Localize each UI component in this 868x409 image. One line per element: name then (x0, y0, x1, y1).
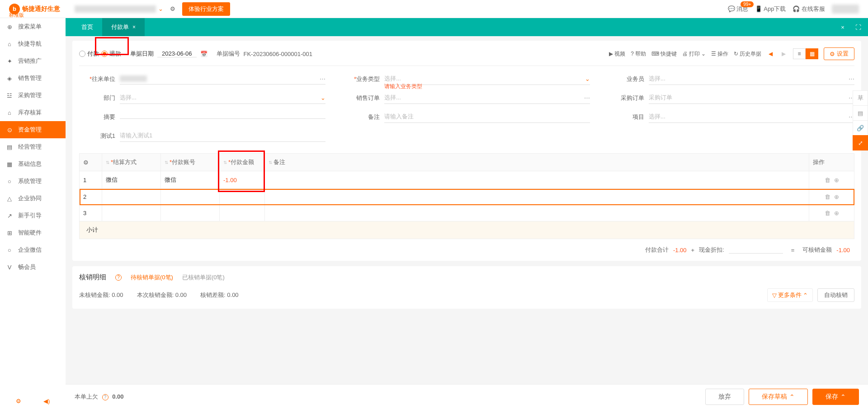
table-row[interactable]: 2 🗑⊕ (80, 189, 854, 205)
warehouse-icon: ⌂ (5, 108, 14, 117)
experience-button[interactable]: 体验行业方案 (182, 2, 230, 16)
setting-button[interactable]: ⚙设置 (824, 47, 854, 60)
phone-icon: 📱 (755, 5, 762, 12)
print-link[interactable]: 🖨打印⌄ (682, 50, 706, 58)
sidebar-item-wechat[interactable]: ○企业微信 (0, 241, 66, 259)
verify-tab-pending[interactable]: 待核销单据(0笔) (131, 273, 173, 282)
gear-icon[interactable]: ⚙ (170, 5, 175, 12)
radio-payment[interactable]: 付款 (79, 50, 99, 58)
cell-remark[interactable] (265, 189, 809, 205)
cell-account[interactable] (161, 205, 220, 221)
cell-remark[interactable] (265, 171, 809, 189)
sidebar-item-marketing[interactable]: ✦营销推广 (0, 52, 66, 70)
cell-amount[interactable]: -1.00 (220, 171, 265, 189)
add-icon[interactable]: ⊕ (834, 210, 839, 216)
cell-method[interactable] (102, 189, 161, 205)
sidebar-item-sales[interactable]: ◈销售管理 (0, 70, 66, 87)
remark-input[interactable]: 请输入备注 (384, 111, 590, 123)
sidebar-item-basic[interactable]: ▦基础信息 (0, 155, 66, 173)
sidebar-item-business[interactable]: ▤经营管理 (0, 138, 66, 155)
message-badge: 99+ (741, 1, 754, 7)
save-button[interactable]: 保存⌃ (812, 389, 859, 405)
payment-table: ⚙ ⇅*结算方式 ⇅*付款账号 ⇅*付款金额 ⇅备注 操作 1 微信 微信 (79, 153, 854, 239)
play-icon: ▶ (609, 51, 613, 57)
sidebar-item-search[interactable]: ⊕搜索菜单 (0, 18, 66, 35)
help-icon[interactable]: ? (102, 394, 108, 400)
cell-amount[interactable] (220, 189, 265, 205)
sidebar-item-hardware[interactable]: ⊞智能硬件 (0, 224, 66, 241)
next-doc-icon[interactable]: ▶ (780, 51, 788, 57)
sidebar-item-member[interactable]: V畅会员 (0, 259, 66, 276)
cell-account[interactable] (161, 189, 220, 205)
test1-input[interactable]: 请输入测试1 (120, 130, 326, 142)
more-conditions-button[interactable]: ▽更多条件⌃ (767, 288, 813, 302)
float-attach-icon[interactable]: 🔗 (853, 120, 868, 136)
view-card-icon[interactable]: ▦ (806, 48, 818, 59)
salesorder-input[interactable]: 选择...⋯ (384, 92, 590, 104)
float-template-icon[interactable]: ▤ (853, 105, 868, 121)
cell-method[interactable] (102, 205, 161, 221)
avatar[interactable] (832, 5, 859, 14)
table-row[interactable]: 3 🗑⊕ (80, 205, 854, 221)
history-link[interactable]: ↻历史单据 (734, 50, 761, 58)
customer-service-link[interactable]: 🎧 在线客服 (793, 5, 825, 13)
tab-home[interactable]: 首页 (72, 18, 102, 36)
clerk-input[interactable]: 选择...⋯ (649, 73, 854, 85)
save-draft-button[interactable]: 保存草稿⌃ (749, 389, 808, 405)
delete-icon[interactable]: 🗑 (825, 177, 830, 183)
close-icon[interactable]: × (132, 24, 136, 30)
sidebar-item-quicknav[interactable]: ⌂快捷导航 (0, 35, 66, 52)
project-input[interactable]: 选择...⋯ (649, 111, 854, 123)
chevron-up-icon: ⌃ (789, 393, 795, 400)
delete-icon[interactable]: 🗑 (825, 210, 830, 216)
tab-payment[interactable]: 付款单 × (102, 18, 145, 36)
sidebar-item-purchase[interactable]: ☳采购管理 (0, 87, 66, 104)
cell-amount[interactable] (220, 205, 265, 221)
add-icon[interactable]: ⊕ (834, 193, 839, 200)
auto-verify-button[interactable]: 自动核销 (817, 288, 854, 302)
customer-input[interactable]: ⋯ (120, 74, 326, 85)
prev-doc-icon[interactable]: ◀ (767, 51, 774, 57)
discount-input[interactable] (729, 246, 783, 254)
cell-account[interactable]: 微信 (161, 171, 220, 189)
biztype-input[interactable]: 选择...⌄请输入业务类型 (384, 73, 590, 85)
help-link[interactable]: ?帮助 (631, 50, 646, 58)
help-icon[interactable]: ? (115, 274, 122, 281)
company-selector[interactable]: ⌄ (75, 5, 163, 13)
verify-tab-done[interactable]: 已核销单据(0笔) (182, 273, 225, 282)
gear-icon[interactable]: ⚙ (83, 159, 89, 166)
add-icon[interactable]: ⊕ (834, 177, 839, 183)
purchorder-input[interactable]: 采购订单⋯ (649, 92, 854, 104)
discard-button[interactable]: 放弃 (705, 389, 744, 405)
cell-remark[interactable] (265, 205, 809, 221)
float-expand-icon[interactable]: ⤢ (853, 135, 868, 150)
collapse-icon[interactable]: ◀) (43, 398, 50, 404)
sidebar-item-guide[interactable]: ↗新手引导 (0, 207, 66, 224)
sidebar-item-inventory[interactable]: ⌂库存核算 (0, 104, 66, 121)
date-label: 单据日期 (130, 50, 154, 58)
radio-refund[interactable]: 退款 (101, 50, 121, 58)
sidebar-item-collab[interactable]: △企业协同 (0, 190, 66, 207)
summary-input[interactable] (120, 115, 326, 119)
operate-link[interactable]: ☰操作 (711, 50, 728, 58)
gear-icon[interactable]: ⚙ (16, 398, 21, 404)
messages-link[interactable]: 💬 消息 99+ (728, 5, 749, 13)
fullscreen-icon[interactable]: ⛶ (853, 22, 863, 33)
table-row[interactable]: 1 微信 微信 -1.00 🗑⊕ (80, 171, 854, 189)
v-icon: V (5, 263, 14, 271)
delete-icon[interactable]: 🗑 (825, 193, 830, 200)
shortcut-link[interactable]: ⌨快捷键 (651, 50, 677, 58)
logo-text: 畅捷通好生意 (22, 5, 60, 13)
sidebar-item-system[interactable]: ○系统管理 (0, 173, 66, 190)
view-list-icon[interactable]: ≡ (793, 48, 806, 59)
keyboard-icon: ⌨ (651, 51, 659, 57)
tab-close-all-icon[interactable]: × (837, 22, 848, 33)
date-value[interactable]: 2023-06-06 (157, 50, 197, 57)
sidebar-item-finance[interactable]: ⊙资金管理 (0, 121, 66, 138)
app-download-link[interactable]: 📱 App下载 (755, 5, 786, 13)
video-link[interactable]: ▶视频 (609, 50, 625, 58)
cell-method[interactable]: 微信 (102, 171, 161, 189)
calendar-icon[interactable]: 📅 (200, 51, 208, 57)
float-draft-icon[interactable]: 草 (853, 90, 868, 106)
dept-input[interactable]: 选择...⌄ (120, 92, 326, 104)
